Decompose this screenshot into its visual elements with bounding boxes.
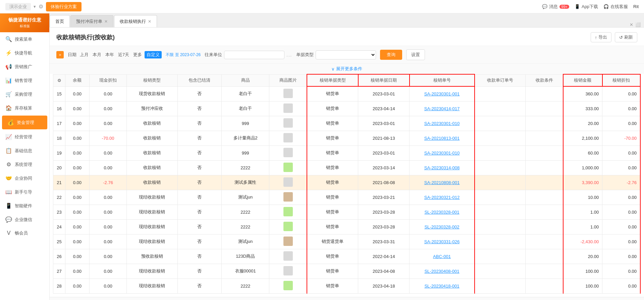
industry-solution-button[interactable]: 休验行业方案	[46, 2, 82, 11]
sidebar-item-guide[interactable]: 📖 新手引导	[0, 185, 49, 199]
cell-product: 2222	[221, 278, 269, 293]
cell-verify-discount: -2.76	[602, 175, 640, 190]
this-year-btn[interactable]: 本年	[104, 51, 115, 58]
cell-product: 衣服00001	[221, 264, 269, 278]
sidebar-item-label: 企业微信	[15, 217, 32, 223]
company-name[interactable]: 演示企业	[5, 3, 31, 10]
cell-balance: 0.00	[65, 190, 90, 205]
refresh-button[interactable]: ↺ 刷新	[615, 32, 637, 42]
chevron-down-icon[interactable]: ▾	[34, 4, 36, 9]
table-row: 26 0.00 0.00 预收款核销 否 123D商品 销货单 2022-04-…	[53, 249, 641, 264]
cell-balance: 0.00	[65, 160, 90, 175]
settings-button[interactable]: 设置	[406, 49, 425, 60]
query-button[interactable]: 查询	[380, 50, 402, 60]
sidebar-item-marketing[interactable]: 📢 营销推广	[0, 60, 49, 74]
cell-verify-bill-no[interactable]: SA-20230301-010	[410, 145, 475, 160]
message-icon-group[interactable]: 💬 消息 99+	[542, 4, 569, 10]
cell-verify-bill-no[interactable]: SA-20210808-001	[410, 175, 475, 190]
cell-no: 28	[53, 278, 65, 293]
message-badge: 99+	[559, 5, 569, 9]
shortcut-icon: ⚡	[5, 50, 12, 56]
app-download-group[interactable]: 📱 App下载	[575, 4, 598, 10]
tab-verify[interactable]: 收款核销执行 ✕	[114, 15, 157, 27]
cell-verify-bill-no[interactable]: SA-20230301-001	[410, 86, 475, 101]
last7days-btn[interactable]: 近7天	[117, 51, 130, 58]
filter-voucher-type: 单据类型	[296, 50, 376, 59]
tab-prepay-label: 预付冲应付单	[76, 18, 102, 25]
cell-verify-bill-no[interactable]: SL-20230408-001	[410, 264, 475, 278]
sidebar-item-corp-collab[interactable]: 🤝 企业协同	[0, 171, 49, 185]
cell-verify-discount: -70.00	[602, 131, 640, 145]
cell-verify-type: 现结收款核销	[127, 264, 177, 278]
sidebar-item-system[interactable]: ⚙ 系统管理	[0, 158, 49, 171]
cell-verify-bill-no[interactable]: SA-20230301-010	[410, 116, 475, 131]
close-window-icon[interactable]: ✕	[630, 22, 633, 27]
cell-product: 2222	[221, 205, 269, 219]
cell-verify-discount: 0.00	[602, 86, 640, 101]
sidebar-item-label: 畅会员	[15, 230, 28, 236]
col-header-gear[interactable]: ⚙	[53, 74, 65, 86]
cell-verify-bill-no[interactable]: SL-20230328-002	[410, 219, 475, 234]
cell-cash-discount: 0.00	[89, 205, 127, 219]
collab-icon: 🤝	[5, 175, 12, 181]
search-icon: 🔍	[5, 36, 12, 42]
tab-prepay[interactable]: 预付冲应付单 ✕	[70, 15, 113, 27]
cell-verify-bill-no[interactable]: ABC-001	[410, 249, 475, 264]
maximize-icon[interactable]: ⬜	[635, 22, 641, 27]
gear-icon[interactable]: ⚙	[39, 3, 43, 10]
cell-verify-amount: 360.00	[563, 86, 602, 101]
sidebar-item-shortcut[interactable]: ⚡ 快捷导航	[0, 46, 49, 60]
online-service-group[interactable]: 🎧 在线客服	[603, 4, 628, 10]
sidebar-item-sales[interactable]: 📊 销售管理	[0, 74, 49, 87]
this-month-btn[interactable]: 本月	[91, 51, 103, 58]
sidebar-item-search[interactable]: 🔍 搜索菜单	[0, 32, 49, 46]
voucher-type-label: 单据类型	[296, 52, 314, 58]
last-month-btn[interactable]: 上月	[78, 51, 90, 58]
cell-verify-bill-no[interactable]: SA-20230321-012	[410, 190, 475, 205]
export-button[interactable]: ↑ 导出	[591, 32, 612, 42]
more-date-btn[interactable]: 更多	[132, 51, 143, 58]
cell-verify-bill-no[interactable]: SL-20230328-001	[410, 205, 475, 219]
filter-expand-button[interactable]: »	[56, 51, 64, 58]
sidebar-item-purchase[interactable]: 🛒 采购管理	[0, 87, 49, 101]
voucher-type-select[interactable]	[316, 50, 376, 59]
sidebar-item-basic-info[interactable]: 📋 基础信息	[0, 144, 49, 158]
cell-verify-bill-no[interactable]: SA-20210813-001	[410, 131, 475, 145]
cell-product-img	[269, 249, 307, 264]
tab-home[interactable]: 首页	[50, 15, 70, 27]
col-header-product: 商品	[221, 74, 269, 86]
cell-include-settled: 否	[177, 101, 221, 116]
cell-verify-type: 现结收款核销	[127, 278, 177, 293]
from-unit-input[interactable]	[224, 51, 284, 59]
cell-verify-bill-no[interactable]: SA-20230414-017	[410, 101, 475, 116]
cell-receipt-order-no	[475, 175, 526, 190]
user-name[interactable]: Rit	[633, 4, 639, 9]
cell-receipt-order-no	[475, 145, 526, 160]
sales-icon: 📊	[5, 77, 12, 84]
cell-verify-bill-type: 销货单	[307, 278, 358, 293]
cell-verify-bill-no[interactable]: SA-20230331-026	[410, 234, 475, 249]
cell-include-settled: 否	[177, 160, 221, 175]
cell-verify-discount: 0.00	[602, 190, 640, 205]
cell-verify-amount: -2,430.00	[563, 234, 602, 249]
cell-cash-discount: 0.00	[89, 234, 127, 249]
tab-verify-close[interactable]: ✕	[148, 19, 151, 24]
expand-more-row[interactable]: ∨ 展开更多条件	[50, 64, 644, 74]
table-row: 20 0.00 0.00 收款核销 否 2222 销货单 2023-03-14 …	[53, 160, 641, 175]
cell-product-img	[269, 175, 307, 190]
sidebar-item-member[interactable]: V 畅会员	[0, 226, 49, 240]
top-bar-right: 💬 消息 99+ 📱 App下载 🎧 在线客服 Rit	[542, 4, 639, 10]
col-header-verify-bill-type: 核销单据类型	[307, 74, 358, 86]
sidebar-item-finance[interactable]: 💰 资金管理	[2, 116, 47, 129]
cell-verify-type: 预收款核销	[127, 249, 177, 264]
sidebar-item-wechat[interactable]: 💬 企业微信	[0, 213, 49, 226]
sidebar-item-inventory[interactable]: 🏠 库存核算	[0, 101, 49, 115]
cell-receipt-condition	[526, 278, 563, 293]
cell-verify-bill-no[interactable]: SL-20230418-001	[410, 278, 475, 293]
cell-verify-type: 收款核销	[127, 160, 177, 175]
tab-prepay-close[interactable]: ✕	[104, 19, 108, 24]
sidebar-item-hardware[interactable]: 📱 智能硬件	[0, 199, 49, 213]
custom-date-btn[interactable]: 自定义	[145, 51, 162, 58]
sidebar-item-operation[interactable]: 📈 经营管理	[0, 130, 49, 144]
cell-verify-bill-no[interactable]: SA-20230314-008	[410, 160, 475, 175]
